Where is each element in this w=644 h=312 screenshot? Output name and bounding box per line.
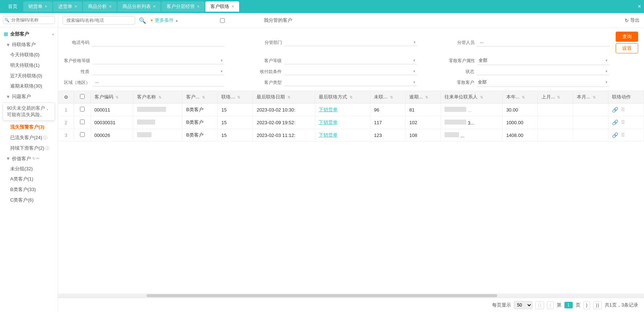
tab-sales-close[interactable]: × bbox=[45, 4, 47, 9]
sidebar-item-overdue[interactable]: 逾期未联络(30) bbox=[0, 81, 58, 92]
row-1-link-icon[interactable]: 🔗 bbox=[612, 107, 618, 113]
sidebar-search-input[interactable] bbox=[3, 16, 55, 24]
row-2-method-link[interactable]: 下销货单 bbox=[319, 119, 338, 125]
col-this-year: 本年... ⇅ bbox=[502, 91, 538, 104]
sort-contact-icon[interactable]: ⇅ bbox=[237, 95, 240, 99]
sort-overdue-icon[interactable]: ⇅ bbox=[425, 95, 428, 99]
last-page-btn[interactable]: ⟩⟩ bbox=[593, 301, 602, 309]
dept-select[interactable]: ▾ bbox=[284, 39, 417, 46]
zero-attr-label: 零散客户属性 bbox=[449, 58, 475, 64]
sidebar-collapse-btn[interactable]: « bbox=[52, 32, 54, 36]
col-last-month: 上月... ⇅ bbox=[538, 91, 573, 104]
tab-analysis-close[interactable]: × bbox=[109, 4, 112, 9]
tab-analysis[interactable]: 商品分析 × bbox=[83, 1, 117, 12]
per-page-select[interactable]: 50 20 100 bbox=[514, 301, 532, 309]
filter-price-level: 客户价格等级 ▾ bbox=[64, 57, 224, 64]
settings-button[interactable]: 设置 bbox=[616, 43, 638, 53]
sidebar-all-customers[interactable]: ⊞ 全部客户 « bbox=[0, 29, 58, 40]
row-2-checkbox[interactable] bbox=[74, 116, 91, 129]
my-customers-checkbox[interactable]: 我分管的客户 bbox=[182, 17, 292, 24]
row-3-menu-icon[interactable]: ⠿ bbox=[621, 132, 625, 138]
sort-not-contact-icon[interactable]: ⇅ bbox=[390, 95, 393, 99]
grid-icon: ⊞ bbox=[4, 31, 8, 37]
row-3-checkbox[interactable] bbox=[74, 129, 91, 142]
sort-method-icon[interactable]: ⇅ bbox=[350, 95, 353, 99]
arrow-down-icon-3: ▼ bbox=[6, 156, 11, 161]
region-select[interactable]: ··· bbox=[92, 79, 224, 86]
customer-type-select[interactable]: ▾ bbox=[284, 79, 416, 86]
price-level-select[interactable]: ▾ bbox=[92, 57, 224, 64]
tab-analysis-list-close[interactable]: × bbox=[153, 4, 156, 9]
tab-home[interactable]: 首页 bbox=[3, 1, 23, 12]
sidebar-item-tomorrow[interactable]: 明天待联络(1) bbox=[0, 60, 58, 71]
sidebar-group-value[interactable]: ▼ 价值客户 ↻ ✏ bbox=[0, 154, 58, 164]
search-button[interactable]: 🔍 bbox=[139, 17, 146, 24]
query-button[interactable]: 查询 bbox=[616, 32, 638, 42]
horizontal-scrollbar[interactable] bbox=[58, 293, 644, 298]
payment-select[interactable]: ▾ bbox=[284, 68, 416, 75]
tab-customer-tier[interactable]: 客户分层经营 × bbox=[161, 1, 205, 12]
sidebar-group-pending[interactable]: ▼ 待联络客户 bbox=[0, 40, 58, 50]
sort-name-icon[interactable]: ⇅ bbox=[158, 95, 161, 99]
zero-customer-select[interactable]: 全部 ▾ bbox=[476, 78, 609, 87]
sort-unit-icon[interactable]: ⇅ bbox=[480, 95, 483, 99]
row-2-link-icon[interactable]: 🔗 bbox=[612, 119, 618, 125]
zero-attr-select[interactable]: 全部 ▾ bbox=[477, 56, 609, 65]
window-close-icon[interactable]: × bbox=[638, 3, 641, 10]
phone-input[interactable] bbox=[92, 39, 225, 46]
row-3-method-link[interactable]: 下销货单 bbox=[319, 132, 338, 138]
scroll-thumb[interactable] bbox=[146, 294, 497, 297]
sidebar-item-7days[interactable]: 近7天待联络(0) bbox=[0, 71, 58, 81]
gender-select[interactable]: ▾ bbox=[92, 68, 224, 75]
sort-last-month-icon[interactable]: ⇅ bbox=[557, 95, 560, 99]
sort-date-icon[interactable]: ⇅ bbox=[287, 95, 290, 99]
tab-customer-contact[interactable]: 客户联络 × bbox=[205, 1, 239, 12]
row-1-last-month bbox=[538, 104, 573, 116]
row-2-menu-icon[interactable]: ⠿ bbox=[621, 119, 625, 125]
sidebar-all-customers-label: 全部客户 bbox=[10, 31, 29, 37]
sidebar-item-b-class[interactable]: B类客户(33) bbox=[0, 185, 58, 195]
person-select[interactable]: ··· bbox=[477, 39, 610, 46]
prev-page-btn[interactable]: ⟨ bbox=[547, 301, 554, 309]
first-page-btn[interactable]: ⟨⟨ bbox=[535, 301, 544, 309]
tab-customer-contact-close[interactable]: × bbox=[232, 4, 234, 9]
tab-analysis-list[interactable]: 商品分析列表 × bbox=[117, 1, 161, 12]
table-settings-header[interactable]: ⚙ bbox=[58, 91, 74, 104]
sidebar-item-churned[interactable]: 已流失客户(24) ⓘ bbox=[0, 133, 58, 143]
row-2-method[interactable]: 下销货单 bbox=[315, 116, 370, 129]
row-3-link-icon[interactable]: 🔗 bbox=[612, 132, 618, 138]
my-customers-check[interactable] bbox=[182, 18, 262, 23]
tab-sales[interactable]: 销货单 × bbox=[23, 1, 52, 12]
sidebar-item-ungroup[interactable]: 未分组(32) bbox=[0, 164, 58, 174]
export-button[interactable]: ↻ 导出 bbox=[625, 17, 640, 24]
person-dots[interactable]: ··· bbox=[480, 40, 483, 45]
table-checkbox-header[interactable] bbox=[74, 91, 91, 104]
sidebar-group-problem[interactable]: ▼ 问题客户 bbox=[0, 92, 58, 102]
sidebar-item-declining[interactable]: 持续下滑客户(2) ⓘ bbox=[0, 143, 58, 154]
sort-this-month-icon[interactable]: ⇅ bbox=[593, 95, 596, 99]
sort-type-icon[interactable]: ⇅ bbox=[202, 95, 205, 99]
row-2-contact: 15 bbox=[218, 116, 253, 129]
row-3-method[interactable]: 下销货单 bbox=[315, 129, 370, 142]
sidebar-item-churn-warning[interactable]: 流失预警客户(3) bbox=[0, 122, 58, 133]
sidebar-item-c-class[interactable]: C类客户(6) bbox=[0, 195, 58, 206]
sidebar-item-today[interactable]: 今天待联络(0) bbox=[0, 50, 58, 60]
next-page-btn[interactable]: ⟩ bbox=[583, 301, 590, 309]
tab-purchase[interactable]: 进货单 × bbox=[53, 1, 82, 12]
sort-this-year-icon[interactable]: ⇅ bbox=[522, 95, 525, 99]
region-dots[interactable]: ··· bbox=[95, 80, 99, 85]
select-all-checkbox[interactable] bbox=[80, 94, 85, 99]
more-conditions-btn[interactable]: ▼ 更多条件 ▲ bbox=[150, 17, 179, 24]
row-1-method-link[interactable]: 下销货单 bbox=[319, 107, 338, 112]
tab-purchase-close[interactable]: × bbox=[75, 4, 77, 9]
sidebar-item-a-class[interactable]: A类客户(1) bbox=[0, 174, 58, 185]
status-select[interactable]: ▾ bbox=[476, 68, 609, 75]
search-input[interactable] bbox=[63, 16, 135, 25]
table-row: 3 000026 B类客户 15 2023-02-03 11:12: 下销货单 … bbox=[58, 129, 644, 142]
tab-customer-tier-close[interactable]: × bbox=[197, 4, 200, 9]
row-1-menu-icon[interactable]: ⠿ bbox=[621, 107, 625, 113]
row-1-method[interactable]: 下销货单 bbox=[315, 104, 370, 116]
customer-level-select[interactable]: ▾ bbox=[284, 57, 416, 64]
sort-code-icon[interactable]: ⇅ bbox=[116, 95, 118, 99]
row-1-checkbox[interactable] bbox=[74, 104, 91, 116]
